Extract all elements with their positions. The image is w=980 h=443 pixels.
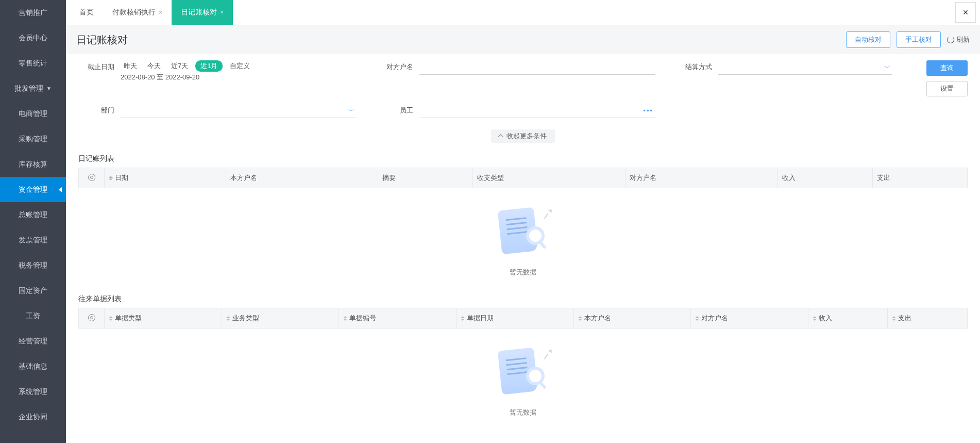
- sidebar-item-5[interactable]: 采购管理: [0, 126, 66, 152]
- sidebar-item-3[interactable]: 批发管理▼: [0, 76, 66, 101]
- docs-section-title: 往来单据列表: [66, 287, 980, 308]
- filter-employee: 员工 •••: [377, 104, 655, 118]
- tab-label: 日记账核对: [181, 8, 217, 17]
- active-arrow-icon: [59, 187, 62, 192]
- column-header[interactable]: 收入: [778, 168, 872, 188]
- column-header-label: 单据日期: [467, 314, 494, 322]
- close-icon[interactable]: ×: [159, 9, 162, 16]
- sidebar-item-label: 企业协同: [19, 413, 47, 422]
- sidebar-item-10[interactable]: 税务管理: [0, 253, 66, 278]
- sidebar-item-label: 会员中心: [19, 34, 47, 43]
- column-settings-header[interactable]: [79, 308, 105, 329]
- filter-cutoff-date: 截止日期 昨天今天近7天近1月自定义 2022-08-20 至 2022-09-…: [78, 60, 357, 82]
- sidebar-item-label: 采购管理: [19, 135, 47, 144]
- sort-icon: [109, 316, 113, 321]
- filter-panel: 截止日期 昨天今天近7天近1月自定义 2022-08-20 至 2022-09-…: [66, 54, 980, 125]
- date-chip-0[interactable]: 昨天: [121, 60, 140, 72]
- sidebar-item-8[interactable]: 总账管理: [0, 202, 66, 227]
- tab-label: 付款核销执行: [112, 8, 156, 17]
- column-header[interactable]: 单据类型: [105, 308, 222, 329]
- column-header-label: 单据编号: [349, 314, 376, 322]
- sidebar-item-4[interactable]: 电商管理: [0, 101, 66, 126]
- column-header[interactable]: 支出: [872, 168, 967, 188]
- column-header[interactable]: 对方户名: [691, 308, 808, 329]
- column-header[interactable]: 本方户名: [226, 168, 378, 188]
- refresh-button[interactable]: 刷新: [947, 35, 970, 44]
- manual-reconcile-button[interactable]: 手工核对: [897, 31, 941, 48]
- sort-icon: [813, 316, 817, 321]
- column-header[interactable]: 日期: [105, 168, 226, 188]
- employee-input[interactable]: [419, 104, 655, 118]
- column-header-label: 日期: [115, 174, 128, 182]
- column-header[interactable]: 单据日期: [456, 308, 573, 329]
- docs-table: 单据类型业务类型单据编号单据日期本方户名对方户名收入支出: [78, 308, 968, 329]
- sidebar: 营销推广会员中心零售统计批发管理▼电商管理采购管理库存核算资金管理总账管理发票管…: [0, 0, 66, 443]
- column-header-label: 支出: [898, 314, 911, 322]
- sidebar-item-11[interactable]: 固定资产: [0, 278, 66, 303]
- column-header[interactable]: 本方户名: [573, 308, 691, 329]
- column-header[interactable]: 业务类型: [222, 308, 339, 329]
- column-header[interactable]: 对方户名: [625, 168, 778, 188]
- gear-icon: [88, 174, 95, 181]
- sidebar-item-0[interactable]: 营销推广: [0, 0, 66, 25]
- column-header[interactable]: 单据编号: [339, 308, 457, 329]
- settings-button[interactable]: 设置: [926, 81, 968, 96]
- sidebar-item-12[interactable]: 工资: [0, 303, 66, 329]
- more-icon[interactable]: •••: [643, 107, 653, 114]
- journal-empty-state: 暂无数据: [78, 188, 968, 287]
- date-chip-1[interactable]: 今天: [144, 60, 164, 72]
- filter-counterparty: 对方户名: [377, 60, 655, 75]
- sidebar-item-15[interactable]: 系统管理: [0, 379, 66, 404]
- date-chip-row: 昨天今天近7天近1月自定义: [121, 60, 357, 72]
- column-header-label: 单据类型: [115, 314, 142, 322]
- tab-1[interactable]: 付款核销执行×: [103, 0, 172, 25]
- cutoff-date-label: 截止日期: [78, 60, 114, 72]
- sidebar-item-label: 库存核算: [19, 160, 47, 169]
- date-chip-4[interactable]: 自定义: [227, 60, 253, 72]
- column-header-label: 收支类型: [477, 174, 504, 182]
- column-header[interactable]: 摘要: [378, 168, 473, 188]
- settlement-select[interactable]: [718, 60, 892, 75]
- collapse-filters-button[interactable]: 收起更多条件: [491, 129, 555, 143]
- column-header[interactable]: 收入: [808, 308, 888, 329]
- counterparty-label: 对方户名: [377, 60, 413, 72]
- sidebar-item-2[interactable]: 零售统计: [0, 51, 66, 76]
- sidebar-item-label: 总账管理: [19, 210, 47, 220]
- sidebar-item-9[interactable]: 发票管理: [0, 227, 66, 253]
- caret-down-icon: ▼: [46, 86, 52, 91]
- tabs-close-all-button[interactable]: ×: [955, 2, 976, 23]
- tab-0[interactable]: 首页: [70, 0, 103, 25]
- sidebar-item-label: 系统管理: [19, 387, 47, 397]
- empty-icon: [492, 344, 554, 401]
- sort-icon: [892, 316, 896, 321]
- journal-section-title: 日记账列表: [66, 147, 980, 168]
- sidebar-item-14[interactable]: 基础信息: [0, 354, 66, 379]
- column-header-label: 对方户名: [630, 174, 656, 182]
- counterparty-input[interactable]: [419, 60, 655, 75]
- date-chip-3[interactable]: 近1月: [195, 60, 223, 72]
- close-icon[interactable]: ×: [220, 9, 224, 16]
- date-chip-2[interactable]: 近7天: [168, 60, 191, 72]
- department-select[interactable]: [121, 104, 357, 118]
- auto-reconcile-button[interactable]: 自动核对: [846, 31, 890, 48]
- sidebar-item-label: 电商管理: [19, 109, 47, 119]
- sidebar-item-6[interactable]: 库存核算: [0, 152, 66, 177]
- tab-2[interactable]: 日记账核对×: [172, 0, 233, 25]
- journal-table: 日期本方户名摘要收支类型对方户名收入支出: [78, 168, 968, 188]
- column-header[interactable]: 收支类型: [473, 168, 626, 188]
- filter-department: 部门 ﹀: [78, 104, 357, 118]
- column-header[interactable]: 支出: [888, 308, 968, 329]
- sidebar-item-16[interactable]: 企业协同: [0, 404, 66, 430]
- query-button[interactable]: 查询: [926, 60, 968, 76]
- refresh-icon: [947, 36, 954, 43]
- tab-bar: 首页付款核销执行×日记账核对××: [66, 0, 980, 25]
- settlement-label: 结算方式: [676, 60, 712, 72]
- sidebar-item-1[interactable]: 会员中心: [0, 25, 66, 51]
- sidebar-item-7[interactable]: 资金管理: [0, 177, 66, 202]
- sidebar-item-13[interactable]: 经营管理: [0, 329, 66, 354]
- column-settings-header[interactable]: [79, 168, 105, 188]
- column-header-label: 对方户名: [701, 314, 728, 322]
- sidebar-item-label: 固定资产: [19, 286, 47, 296]
- empty-icon: [492, 204, 554, 260]
- tab-label: 首页: [79, 8, 94, 17]
